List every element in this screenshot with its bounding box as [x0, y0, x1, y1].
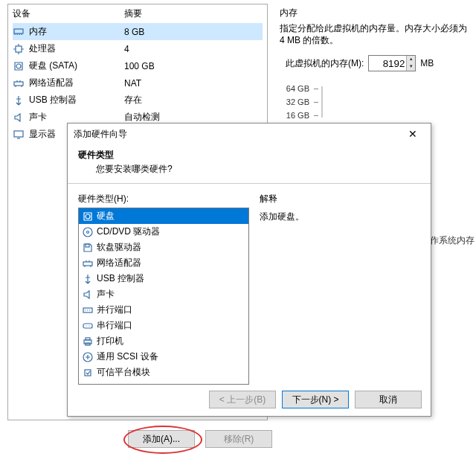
- device-value: 4: [124, 44, 129, 54]
- remove-button[interactable]: 移除(R): [205, 430, 272, 448]
- device-value: 100 GB: [124, 61, 155, 71]
- hardware-item[interactable]: CD/DVD 驱动器: [79, 224, 248, 240]
- display-icon: [13, 129, 25, 140]
- device-button-bar: 添加(A)... 移除(R): [128, 430, 272, 448]
- cd-icon: [82, 227, 94, 237]
- hardware-item[interactable]: 硬盘: [79, 208, 248, 224]
- sound-icon: [82, 289, 94, 300]
- memory-tick: 16 GB: [283, 109, 318, 122]
- hardware-item[interactable]: 并行端口: [79, 302, 248, 318]
- memory-desc: 指定分配给此虚拟机的内存量。内存大小必须为 4 MB 的倍数。: [275, 22, 476, 52]
- device-label: 内存: [29, 25, 124, 38]
- svg-point-13: [89, 325, 89, 326]
- hardware-item-label: 并行端口: [97, 304, 132, 316]
- disk-icon: [82, 211, 94, 222]
- dialog-button-bar: < 上一步(B) 下一步(N) > 取消: [209, 391, 422, 408]
- hardware-list-label: 硬件类型(H):: [78, 193, 249, 208]
- svg-point-12: [86, 325, 86, 326]
- tpm-icon: [82, 368, 94, 378]
- usb-icon: [13, 95, 25, 106]
- hardware-item-label: 通用 SCSI 设备: [97, 350, 158, 363]
- svg-rect-8: [86, 244, 89, 247]
- hardware-item[interactable]: USB 控制器: [79, 271, 248, 286]
- device-row[interactable]: 网络适配器NAT: [13, 74, 263, 92]
- memory-label: 此虚拟机的内存(M):: [286, 57, 364, 70]
- device-row[interactable]: 内存8 GB: [13, 23, 263, 40]
- svg-point-7: [87, 231, 89, 233]
- cpu-icon: [13, 44, 25, 54]
- sound-icon: [13, 112, 25, 123]
- device-value: 8 GB: [124, 27, 144, 37]
- hardware-listbox[interactable]: 硬盘CD/DVD 驱动器软盘驱动器网络适配器USB 控制器声卡并行端口串行端口打…: [78, 208, 249, 385]
- hardware-item-label: CD/DVD 驱动器: [97, 225, 160, 238]
- memory-tick: 64 GB: [283, 82, 318, 95]
- close-icon[interactable]: ✕: [401, 128, 425, 140]
- explain-text: 添加硬盘。: [260, 208, 420, 223]
- dialog-title: 添加硬件向导: [74, 128, 127, 141]
- cancel-button[interactable]: 取消: [355, 391, 422, 408]
- hardware-item-label: 硬盘: [97, 210, 115, 222]
- hardware-item-label: 声卡: [97, 288, 115, 301]
- hardware-item[interactable]: 软盘驱动器: [79, 240, 248, 255]
- hardware-item[interactable]: 网络适配器: [79, 255, 248, 271]
- device-row[interactable]: USB 控制器存在: [13, 92, 263, 109]
- dialog-titlebar: 添加硬件向导 ✕: [68, 124, 431, 144]
- hardware-item[interactable]: 声卡: [79, 286, 248, 302]
- device-label: USB 控制器: [29, 94, 124, 106]
- device-row[interactable]: 硬盘 (SATA)100 GB: [13, 57, 263, 74]
- usb-icon: [82, 274, 94, 284]
- device-value: 自动检测: [124, 111, 160, 124]
- device-value: NAT: [124, 78, 141, 89]
- svg-point-2: [16, 64, 21, 68]
- svg-point-6: [83, 228, 92, 237]
- svg-rect-15: [86, 338, 90, 340]
- svg-rect-4: [14, 131, 23, 137]
- memory-unit: MB: [420, 58, 434, 68]
- memory-panel: 内存 指定分配给此虚拟机的内存量。内存大小必须为 4 MB 的倍数。 此虚拟机的…: [275, 4, 476, 71]
- device-label: 处理器: [29, 42, 124, 55]
- parallel-icon: [82, 305, 94, 315]
- dialog-heading: 硬件类型: [78, 149, 420, 163]
- printer-icon: [82, 336, 94, 347]
- network-icon: [82, 258, 94, 269]
- explain-label: 解释: [260, 193, 420, 208]
- svg-rect-0: [14, 29, 23, 33]
- hardware-item-label: 可信平台模块: [97, 366, 150, 379]
- floppy-icon: [82, 243, 94, 253]
- memory-slider[interactable]: 64 GB32 GB16 GB: [283, 82, 318, 122]
- add-button[interactable]: 添加(A)...: [128, 430, 195, 448]
- hardware-item-label: USB 控制器: [97, 272, 144, 285]
- hardware-item[interactable]: 通用 SCSI 设备: [79, 349, 248, 365]
- hardware-item-label: 软盘驱动器: [97, 241, 141, 254]
- dialog-header: 硬件类型 您要安装哪类硬件?: [68, 144, 431, 184]
- network-icon: [13, 78, 25, 89]
- device-label: 声卡: [29, 111, 124, 124]
- svg-point-5: [86, 214, 90, 219]
- disk-icon: [13, 61, 25, 71]
- svg-rect-9: [83, 262, 92, 266]
- device-value: 存在: [124, 94, 142, 106]
- hardware-item[interactable]: 打印机: [79, 333, 248, 349]
- svg-rect-11: [83, 324, 92, 328]
- hardware-item[interactable]: 串行端口: [79, 318, 248, 333]
- memory-tick: 32 GB: [283, 95, 318, 109]
- add-hardware-dialog: 添加硬件向导 ✕ 硬件类型 您要安装哪类硬件? 硬件类型(H): 硬盘CD/DV…: [67, 123, 431, 417]
- serial-icon: [82, 321, 94, 331]
- device-row[interactable]: 处理器4: [13, 40, 263, 57]
- next-button[interactable]: 下一步(N) >: [282, 391, 349, 408]
- memory-title: 内存: [275, 4, 476, 22]
- hardware-item[interactable]: 可信平台模块: [79, 365, 248, 380]
- memory-icon: [13, 27, 25, 37]
- header-summary: 摘要: [124, 7, 142, 20]
- back-button[interactable]: < 上一步(B): [209, 391, 276, 408]
- device-label: 硬盘 (SATA): [29, 60, 124, 72]
- svg-rect-3: [14, 82, 23, 86]
- hardware-item-label: 打印机: [97, 335, 123, 347]
- dialog-subheading: 您要安装哪类硬件?: [78, 163, 420, 176]
- hardware-item-label: 网络适配器: [97, 257, 141, 269]
- header-device: 设备: [13, 7, 124, 20]
- device-label: 网络适配器: [29, 77, 124, 89]
- device-header: 设备 摘要: [8, 4, 267, 23]
- memory-spinner[interactable]: ▲▼: [406, 56, 415, 71]
- svg-rect-1: [16, 46, 22, 52]
